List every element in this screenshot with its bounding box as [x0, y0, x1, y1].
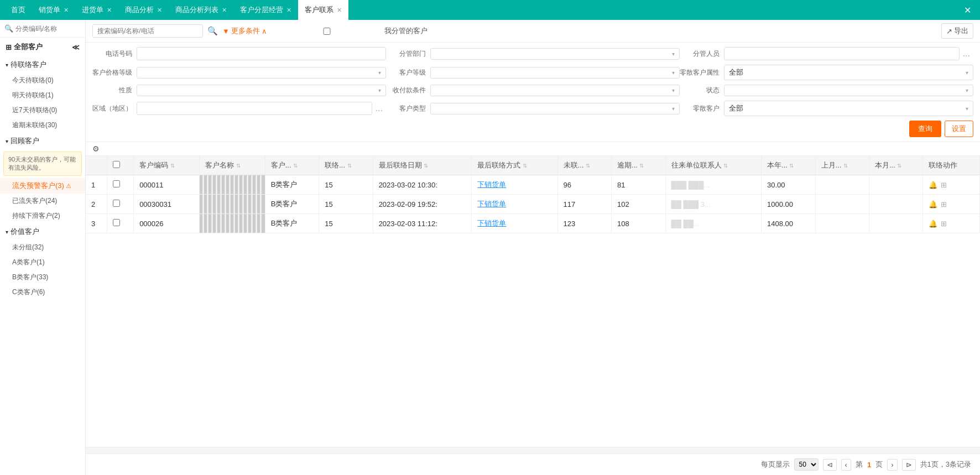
tab-close-icon[interactable]: ✕	[286, 7, 291, 14]
cell-last-method[interactable]: 下销货单	[472, 195, 557, 214]
action-more-icon[interactable]: ⊞	[941, 200, 947, 208]
col-uncontacted[interactable]: 未联... ⇅	[557, 156, 611, 175]
more-filter-button[interactable]: ▼ 更多条件 ∧	[222, 26, 267, 36]
col-this-month[interactable]: 本月... ⇅	[869, 156, 922, 175]
next-page-button[interactable]: ›	[887, 459, 897, 471]
sidebar-item-明天待联络(1)[interactable]: 明天待联络(1)	[0, 88, 85, 103]
collapse-icon[interactable]: ≪	[72, 43, 80, 51]
col-overdue[interactable]: 逾期... ⇅	[612, 156, 665, 175]
col-type[interactable]: 客户... ⇅	[265, 156, 319, 175]
col-last-month[interactable]: 上月... ⇅	[815, 156, 869, 175]
filter-manager-input[interactable]	[724, 47, 960, 60]
sidebar-section-价值客户[interactable]: ▾价值客户	[0, 223, 85, 240]
sidebar-search-input[interactable]	[15, 25, 81, 33]
filter-status-select[interactable]: ▾	[724, 85, 973, 96]
sidebar-item-持续下滑客户(2)[interactable]: 持续下滑客户(2)	[0, 208, 85, 223]
filter-dept-select[interactable]: ▾	[430, 48, 680, 60]
tab-close-icon[interactable]: ✕	[157, 7, 162, 14]
filter-manager-more[interactable]: ...	[960, 49, 973, 59]
content-area: 🔍 ▼ 更多条件 ∧ 我分管的客户 ↗ 导出 电话号码	[86, 20, 980, 475]
tab-close-icon[interactable]: ✕	[64, 7, 69, 14]
query-button[interactable]: 查询	[909, 121, 941, 137]
filter-nature-select[interactable]: ▾	[137, 85, 386, 96]
code-sort-icon: ⇅	[170, 163, 175, 169]
nav-tab-客户联系[interactable]: 客户联系✕	[298, 0, 348, 20]
table-settings-icon[interactable]: ⚙	[92, 144, 100, 153]
col-name[interactable]: 客户名称 ⇅	[199, 156, 265, 175]
select-all-checkbox[interactable]	[113, 161, 120, 168]
my-customers-checkbox[interactable]	[272, 28, 382, 35]
filter-phone-input[interactable]	[137, 47, 386, 60]
nav-tab-进货单[interactable]: 进货单✕	[75, 0, 118, 20]
tab-close-icon[interactable]: ✕	[337, 7, 342, 14]
filter-customer-type-select[interactable]: ▾	[430, 103, 680, 114]
filter-retail-customer-select[interactable]: 全部 ▾	[724, 101, 973, 116]
window-close-button[interactable]: ✕	[960, 5, 976, 15]
per-page-select[interactable]: 50	[794, 458, 819, 471]
nav-tab-客户分层经营[interactable]: 客户分层经营✕	[233, 0, 298, 20]
sidebar-item-B类客户(33)[interactable]: B类客户(33)	[0, 270, 85, 285]
first-page-button[interactable]: ⊲	[823, 459, 837, 471]
sidebar-item-C类客户(6)[interactable]: C类客户(6)	[0, 285, 85, 300]
filter-customer-level-select[interactable]: ▾	[430, 67, 680, 79]
cell-last-method[interactable]: 下销货单	[472, 175, 557, 195]
cell-action[interactable]: 🔔 ⊞	[923, 195, 980, 214]
sidebar-all-customers-row[interactable]: ⊞ 全部客户 ≪	[0, 38, 85, 56]
horizontal-scrollbar[interactable]	[86, 447, 980, 453]
tab-close-icon[interactable]: ✕	[107, 7, 112, 14]
tab-close-icon[interactable]: ✕	[222, 7, 227, 14]
sidebar-item-已流失客户(24)[interactable]: 已流失客户(24)	[0, 194, 85, 208]
action-chat-icon[interactable]: 🔔	[929, 181, 937, 189]
col-contact2[interactable]: 往来单位联系人 ⇅	[665, 156, 762, 175]
action-chat-icon[interactable]: 🔔	[929, 200, 937, 208]
sidebar-item-近7天待联络(0)[interactable]: 近7天待联络(0)	[0, 103, 85, 118]
col-contact[interactable]: 联络... ⇅	[319, 156, 373, 175]
sidebar-item-A类客户(1)[interactable]: A类客户(1)	[0, 255, 85, 270]
nav-tab-商品分析列表[interactable]: 商品分析列表✕	[169, 0, 233, 20]
action-more-icon[interactable]: ⊞	[941, 181, 947, 189]
action-chat-icon[interactable]: 🔔	[929, 220, 937, 228]
cell-checkbox[interactable]	[107, 175, 134, 195]
sidebar-item-今天待联络(0)[interactable]: 今天待联络(0)	[0, 73, 85, 88]
filter-region-more[interactable]: ...	[372, 103, 386, 113]
col-last-method[interactable]: 最后联络方式 ⇅	[472, 156, 557, 175]
filter-retail-attr-select[interactable]: 全部 ▾	[724, 65, 973, 80]
sidebar-section-回顾客户[interactable]: ▾回顾客户	[0, 133, 85, 149]
row-checkbox[interactable]	[113, 180, 120, 187]
last-method-link[interactable]: 下销货单	[477, 200, 506, 208]
search-input[interactable]	[92, 24, 203, 38]
filter-region-input[interactable]	[137, 102, 372, 115]
cell-checkbox[interactable]	[107, 195, 134, 214]
col-last-date[interactable]: 最后联络日期 ⇅	[373, 156, 472, 175]
table-row: 2 00030031 B类客户 15 2023-02-09 19:52: 下销货…	[86, 195, 980, 214]
my-customers-checkbox-row[interactable]: 我分管的客户	[272, 26, 428, 36]
col-checkbox[interactable]	[107, 156, 134, 175]
filter-price-level-select[interactable]: ▾	[137, 67, 386, 79]
prev-page-button[interactable]: ‹	[841, 459, 851, 471]
row-checkbox[interactable]	[113, 200, 120, 207]
last-page-button[interactable]: ⊳	[902, 459, 916, 471]
sidebar-search[interactable]: 🔍	[0, 20, 85, 38]
row-checkbox[interactable]	[113, 219, 120, 226]
sidebar-item-流失预警客户(3)[interactable]: 流失预警客户(3) ⚠	[0, 178, 85, 194]
nav-tab-销货单[interactable]: 销货单✕	[32, 0, 75, 20]
last-method-link[interactable]: 下销货单	[477, 219, 506, 227]
last-method-link[interactable]: 下销货单	[477, 180, 506, 189]
cell-last-method[interactable]: 下销货单	[472, 214, 557, 233]
sidebar-section-待联络客户[interactable]: ▾待联络客户	[0, 56, 85, 73]
settings-button[interactable]: 设置	[945, 121, 973, 137]
nav-tab-商品分析[interactable]: 商品分析✕	[118, 0, 169, 20]
action-more-icon[interactable]: ⊞	[941, 220, 947, 228]
search-button[interactable]: 🔍	[207, 26, 218, 36]
home-tab[interactable]: 首页	[4, 5, 32, 15]
export-button[interactable]: ↗ 导出	[941, 23, 973, 39]
cell-action[interactable]: 🔔 ⊞	[923, 214, 980, 233]
cell-action[interactable]: 🔔 ⊞	[923, 175, 980, 195]
filter-payment-select[interactable]: ▾	[430, 85, 680, 96]
col-this-year[interactable]: 本年... ⇅	[762, 156, 815, 175]
col-code[interactable]: 客户编码 ⇅	[134, 156, 200, 175]
sidebar-item-未分组(32)[interactable]: 未分组(32)	[0, 240, 85, 255]
cell-name	[199, 175, 265, 195]
sidebar-item-逾期未联络(30)[interactable]: 逾期未联络(30)	[0, 118, 85, 133]
cell-checkbox[interactable]	[107, 214, 134, 233]
